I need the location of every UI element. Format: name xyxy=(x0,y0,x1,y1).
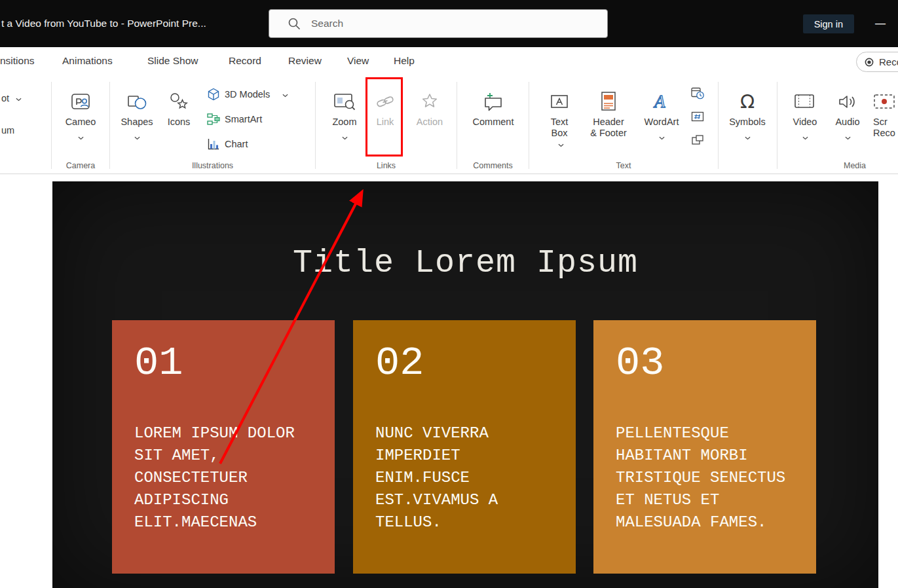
text-box-label-line2: Box xyxy=(551,128,569,150)
icons-button[interactable]: Icons xyxy=(161,76,196,160)
tab-transitions-partial[interactable]: nsitions xyxy=(0,55,35,67)
link-label: Link xyxy=(377,117,394,128)
wordart-label: WordArt xyxy=(645,117,679,128)
audio-label: Audio xyxy=(835,117,859,128)
comment-button[interactable]: Comment xyxy=(466,76,520,160)
object-button[interactable] xyxy=(690,133,705,147)
date-time-button[interactable] xyxy=(690,86,705,100)
header-footer-icon xyxy=(600,89,617,114)
video-icon xyxy=(794,89,816,114)
group-label-illustrations: Illustrations xyxy=(110,161,315,170)
ribbon-item-partial-2[interactable]: um xyxy=(1,125,14,136)
group-label-camera: Camera xyxy=(52,161,109,170)
audio-button[interactable]: Audio xyxy=(830,76,865,160)
tab-review[interactable]: Review xyxy=(288,55,322,67)
screen-recording-button[interactable]: Scr Reco xyxy=(873,76,898,160)
symbols-button[interactable]: Ω Symbols xyxy=(727,76,768,160)
symbols-label: Symbols xyxy=(729,117,766,128)
video-button[interactable]: Video xyxy=(788,76,822,160)
action-button[interactable]: Action xyxy=(411,76,448,160)
3d-models-icon xyxy=(207,88,220,101)
chevron-down-icon xyxy=(282,89,288,100)
object-icon xyxy=(691,134,704,147)
header-footer-label: Header & Footer xyxy=(590,117,627,139)
smartart-icon xyxy=(207,113,220,126)
screen-recording-label-line1: Scr xyxy=(873,117,895,128)
header-footer-button[interactable]: Header & Footer xyxy=(583,76,634,160)
chevron-down-icon xyxy=(845,131,851,137)
tab-record[interactable]: Record xyxy=(229,55,261,67)
slide-card-3[interactable]: 03 PELLENTESQUE HABITANT MORBI TRISTIQUE… xyxy=(593,320,816,574)
group-label-text: Text xyxy=(529,161,718,170)
ribbon-group-partial: ot um xyxy=(0,76,51,174)
text-box-label-line2-text: Box xyxy=(551,128,569,139)
tab-animations[interactable]: Animations xyxy=(62,55,113,67)
ribbon-group-links: Zoom Link Action Links xyxy=(316,76,457,174)
screen-recording-icon xyxy=(873,89,895,114)
slide-title[interactable]: Title Lorem Ipsum xyxy=(52,244,878,282)
slide-card-1[interactable]: 01 LOREM IPSUM DOLOR SIT AMET, CONSECTET… xyxy=(112,320,335,574)
chevron-down-icon xyxy=(659,131,665,137)
wordart-button[interactable]: A WordArt xyxy=(641,76,683,160)
3d-models-button[interactable]: 3D Models xyxy=(207,84,288,103)
card-text: NUNC VIVERRA IMPERDIET ENIM.FUSCE EST.VI… xyxy=(375,422,553,534)
sign-in-button[interactable]: Sign in xyxy=(803,14,854,33)
ribbon-item-partial-2-label: um xyxy=(1,125,14,136)
zoom-button[interactable]: Zoom xyxy=(326,76,363,160)
ribbon-group-camera: Cameo Camera xyxy=(52,76,109,174)
shapes-label: Shapes xyxy=(121,117,153,128)
slide-canvas[interactable]: Title Lorem Ipsum 01 LOREM IPSUM DOLOR S… xyxy=(52,181,878,588)
header-footer-label-line2: & Footer xyxy=(590,128,627,139)
date-time-icon xyxy=(691,86,704,100)
chart-label: Chart xyxy=(225,139,248,149)
smartart-button[interactable]: SmartArt xyxy=(207,109,288,128)
omega-glyph: Ω xyxy=(740,90,755,113)
card-text: LOREM IPSUM DOLOR SIT AMET, CONSECTETUER… xyxy=(134,422,312,534)
group-label-comments: Comments xyxy=(457,161,529,170)
header-footer-label-line1: Header xyxy=(590,117,627,128)
video-label: Video xyxy=(793,117,817,128)
search-box[interactable] xyxy=(269,9,608,38)
minimize-icon[interactable]: — xyxy=(870,14,890,33)
ribbon-item-partial-1-label: ot xyxy=(1,93,9,103)
shapes-button[interactable]: Shapes xyxy=(118,76,156,160)
slide-card-2[interactable]: 02 NUNC VIVERRA IMPERDIET ENIM.FUSCE EST… xyxy=(353,320,576,574)
card-number: 01 xyxy=(134,339,312,388)
svg-text:A: A xyxy=(653,92,665,111)
card-number: 02 xyxy=(375,339,553,388)
chevron-down-icon xyxy=(78,131,84,137)
ribbon: ot um Cameo Camera Shapes xyxy=(0,76,898,174)
wordart-icon: A xyxy=(650,89,673,114)
chevron-down-icon xyxy=(134,131,140,137)
icons-icon xyxy=(168,89,189,114)
link-button[interactable]: Link xyxy=(367,76,403,160)
new-comment-icon xyxy=(482,89,504,114)
link-icon xyxy=(374,89,396,114)
cameo-button[interactable]: Cameo xyxy=(62,76,99,160)
cameo-label: Cameo xyxy=(65,117,96,128)
ribbon-tab-row: nsitions Animations Slide Show Record Re… xyxy=(0,47,898,76)
comment-label: Comment xyxy=(473,117,514,128)
text-box-button[interactable]: Text Box xyxy=(541,76,578,160)
search-input[interactable] xyxy=(311,18,560,29)
ribbon-item-partial-1[interactable]: ot xyxy=(1,93,22,103)
ribbon-group-comments: Comment Comments xyxy=(457,76,529,174)
chevron-down-icon xyxy=(802,131,808,137)
chart-button[interactable]: Chart xyxy=(207,134,288,153)
tab-slide-show[interactable]: Slide Show xyxy=(147,55,198,67)
screen-recording-label: Scr Reco xyxy=(873,117,895,139)
action-icon xyxy=(419,89,441,114)
chevron-down-icon xyxy=(553,139,569,150)
record-button[interactable]: Reco xyxy=(856,52,898,72)
card-text: PELLENTESQUE HABITANT MORBI TRISTIQUE SE… xyxy=(616,422,794,534)
zoom-icon xyxy=(333,89,356,114)
omega-symbol-icon: Ω xyxy=(740,89,755,114)
slide-number-button[interactable] xyxy=(690,109,705,124)
tab-view[interactable]: View xyxy=(347,55,369,67)
ribbon-group-text: Text Box Header & Footer A WordArt xyxy=(529,76,718,174)
text-box-label: Text Box xyxy=(551,117,569,150)
record-button-label: Reco xyxy=(879,56,898,67)
title-bar: t a Video from YouTube to - PowerPoint P… xyxy=(0,0,898,47)
icons-label: Icons xyxy=(168,117,191,128)
tab-help[interactable]: Help xyxy=(394,55,415,67)
